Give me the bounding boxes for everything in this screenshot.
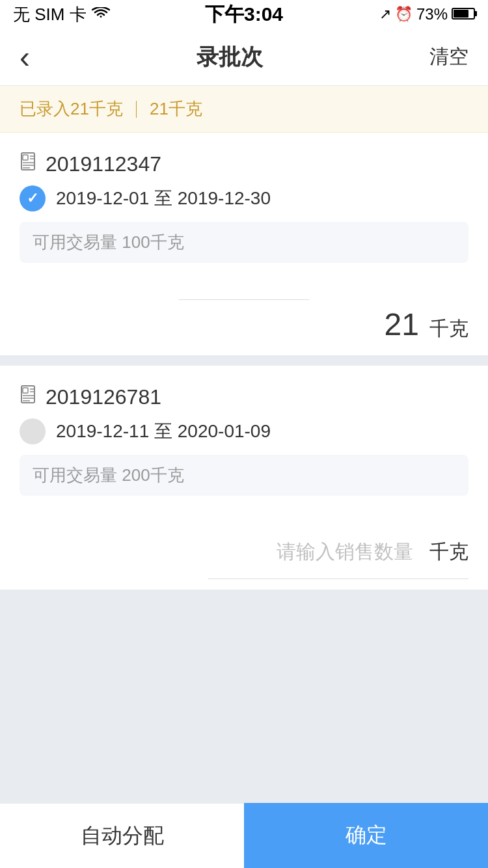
section-divider: [0, 355, 488, 366]
clear-button[interactable]: 清空: [429, 44, 468, 70]
amount-divider-1: [179, 299, 309, 300]
summary-label: 已录入21千克: [20, 98, 123, 120]
amount-inner-1: 21 千克: [0, 293, 488, 355]
status-right: ↗ ⏰ 73%: [379, 5, 475, 23]
available-qty-1: 可用交易量 100千克: [20, 222, 468, 263]
batch-row-1[interactable]: ✓ 2019-12-01 至 2019-12-30: [20, 185, 468, 211]
battery-icon: [452, 5, 475, 23]
batch-row-2[interactable]: 2019-12-11 至 2020-01-09: [20, 418, 468, 444]
confirm-button[interactable]: 确定: [244, 803, 488, 868]
batch-doc-icon-1: [20, 152, 39, 176]
batch-item-1: 2019112347 ✓ 2019-12-01 至 2019-12-30 可用交…: [0, 133, 488, 293]
available-qty-2: 可用交易量 200千克: [20, 455, 468, 496]
summary-banner: 已录入21千克 21千克: [0, 86, 488, 133]
alarm-icon: ⏰: [395, 6, 413, 23]
page-title: 录批次: [197, 42, 263, 72]
carrier-text: 无 SIM 卡: [13, 3, 87, 26]
batch-item-2: 2019126781 2019-12-11 至 2020-01-09 可用交易量…: [0, 366, 488, 526]
amount-unit-1: 千克: [429, 316, 468, 342]
batch-checkbox-1[interactable]: ✓: [20, 185, 46, 211]
status-bar: 无 SIM 卡 下午3:04 ↗ ⏰ 73%: [0, 0, 488, 29]
amount-value-1: 21: [385, 306, 419, 342]
auto-distribute-button[interactable]: 自动分配: [0, 803, 244, 868]
input-unit-2: 千克: [429, 539, 468, 565]
bottom-buttons: 自动分配 确定: [0, 803, 488, 868]
batch-checkbox-2[interactable]: [20, 418, 46, 444]
location-icon: ↗: [379, 6, 391, 23]
wifi-icon: [92, 5, 110, 25]
batch-id-2: 2019126781: [46, 385, 161, 409]
amount-wrapper-1: 21 千克: [0, 293, 488, 355]
batch-header-2: 2019126781: [20, 385, 468, 409]
back-button[interactable]: ‹: [20, 39, 30, 75]
summary-divider: [136, 101, 137, 118]
quantity-input-2[interactable]: [228, 541, 423, 563]
checkmark-1: ✓: [27, 190, 38, 207]
nav-bar: ‹ 录批次 清空: [0, 29, 488, 86]
svg-rect-1: [23, 155, 28, 160]
batch-id-1: 2019112347: [46, 152, 161, 176]
summary-value: 21千克: [150, 98, 202, 120]
batch-header-1: 2019112347: [20, 152, 468, 176]
input-wrapper-2: 千克: [0, 526, 488, 590]
input-row-2: 千克: [0, 526, 488, 578]
batch-date-1: 2019-12-01 至 2019-12-30: [56, 186, 271, 211]
batch-doc-icon-2: [20, 385, 39, 409]
batch-date-2: 2019-12-11 至 2020-01-09: [56, 419, 271, 444]
status-time: 下午3:04: [205, 1, 283, 28]
status-carrier: 无 SIM 卡: [13, 3, 110, 26]
svg-rect-8: [23, 388, 28, 393]
battery-percent: 73%: [416, 5, 448, 23]
